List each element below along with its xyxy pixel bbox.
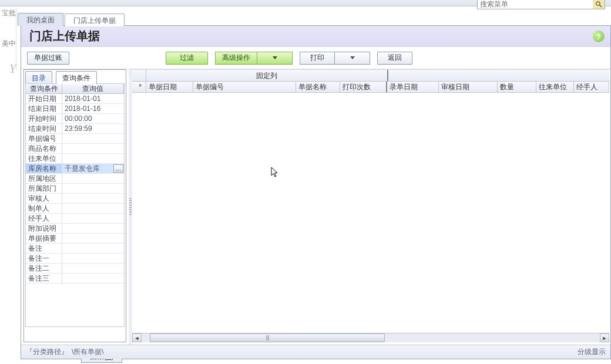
status-bar: 『分类路径』 \所有单据\ 分级显示: [21, 345, 610, 359]
condition-row[interactable]: 经手人: [26, 214, 124, 224]
condition-key: 审核人: [26, 194, 62, 203]
column-header[interactable]: 数量: [498, 82, 536, 92]
condition-row[interactable]: 备注: [26, 244, 124, 254]
condition-row[interactable]: 商品名称: [26, 144, 124, 154]
condition-row[interactable]: 开始日期2018-01-01: [26, 94, 124, 104]
grid-body[interactable]: [132, 93, 609, 323]
condition-value[interactable]: 00:00:00: [62, 114, 124, 123]
column-header[interactable]: 打印次数: [340, 82, 387, 92]
column-header[interactable]: 录单日期: [387, 82, 439, 92]
condition-key: 所属地区: [26, 174, 62, 183]
condition-key: 库房名称: [26, 164, 62, 173]
condition-key: 备注三: [26, 274, 62, 283]
condition-value[interactable]: [62, 194, 124, 203]
condition-row[interactable]: 单据编号: [26, 134, 124, 144]
advanced-button[interactable]: 高级操作: [215, 52, 257, 65]
page-title: 门店上传单据: [29, 28, 100, 44]
condition-value[interactable]: 23:59:59: [62, 124, 124, 133]
condition-key: 单据编号: [26, 134, 62, 143]
condition-row[interactable]: 库房名称千昱发仓库…: [26, 164, 124, 174]
scroll-left-icon[interactable]: ◄: [132, 333, 142, 342]
post-bill-button[interactable]: 单据过账: [27, 52, 69, 65]
svg-line-1: [600, 5, 602, 8]
condition-value[interactable]: [62, 154, 124, 163]
condition-key: 单据摘要: [26, 234, 62, 243]
condition-value[interactable]: [62, 134, 124, 143]
condition-row[interactable]: 结束日期2018-01-16: [26, 104, 124, 114]
condition-key: 开始时间: [26, 114, 62, 123]
advanced-button-group: 高级操作: [215, 52, 293, 65]
condition-key: 经手人: [26, 214, 62, 223]
condition-value[interactable]: [62, 204, 124, 213]
condition-row[interactable]: 所属部门: [26, 184, 124, 194]
condition-row[interactable]: 开始时间00:00:00: [26, 114, 124, 124]
condition-key: 商品名称: [26, 144, 62, 153]
condition-row[interactable]: 备注一: [26, 254, 124, 264]
filter-button[interactable]: 过滤: [166, 52, 208, 65]
condition-row[interactable]: 单据摘要: [26, 234, 124, 244]
level-display-button[interactable]: 分级显示: [578, 347, 606, 357]
condition-row[interactable]: 结束时间23:59:59: [26, 124, 124, 134]
column-header[interactable]: 单据编号: [193, 82, 296, 92]
help-icon[interactable]: ?: [593, 31, 605, 42]
print-dropdown-icon[interactable]: [335, 52, 370, 65]
condition-value[interactable]: [62, 244, 124, 253]
condition-row[interactable]: 附加说明: [26, 224, 124, 234]
fixed-columns-group: 固定列: [146, 70, 388, 81]
scroll-right-icon[interactable]: ►: [600, 333, 609, 342]
condition-value[interactable]: [62, 264, 124, 273]
condition-row[interactable]: 审核人: [26, 194, 124, 204]
condition-row[interactable]: 往来单位: [26, 154, 124, 164]
path-value: \所有单据\: [72, 347, 104, 357]
advanced-dropdown-icon[interactable]: [257, 52, 293, 65]
column-header[interactable]: 往来单位: [536, 82, 574, 92]
tab-store-upload[interactable]: 门店上传单据: [65, 14, 125, 26]
left-background-text: 宝批 美中 Y: [0, 6, 16, 70]
condition-value[interactable]: [62, 224, 124, 233]
print-button[interactable]: 打印: [300, 52, 335, 65]
condition-key: 制单人: [26, 204, 62, 213]
document-tabs: 我的桌面 门店上传单据: [18, 13, 611, 26]
condition-value[interactable]: [62, 214, 124, 223]
lookup-button[interactable]: …: [113, 164, 123, 173]
condition-row[interactable]: 制单人: [26, 204, 124, 214]
condition-value[interactable]: [62, 254, 124, 263]
horizontal-scrollbar[interactable]: ◄ ►: [132, 333, 609, 342]
column-header[interactable]: 单据名称: [296, 82, 340, 92]
data-grid: 固定列 *单据日期单据编号单据名称打印次数录单日期审核日期数量往来单位经手人 ◄…: [132, 69, 609, 342]
condition-value[interactable]: [62, 234, 124, 243]
condition-value[interactable]: 2018-01-16: [62, 104, 124, 113]
condition-key: 往来单位: [26, 154, 62, 163]
condition-value[interactable]: [62, 174, 124, 183]
scroll-thumb[interactable]: [150, 333, 385, 342]
condition-key: 附加说明: [26, 224, 62, 233]
condition-row[interactable]: 所属地区: [26, 174, 124, 184]
back-button[interactable]: 返回: [377, 52, 412, 65]
condition-value[interactable]: [62, 144, 124, 153]
toolbar: 单据过账 过滤 高级操作 打印 返回: [21, 47, 610, 69]
condition-value[interactable]: [62, 184, 124, 193]
column-header[interactable]: 经手人: [574, 82, 609, 92]
title-bar: 门店上传单据 ?: [21, 26, 610, 47]
query-pane: 目录 查询条件 查询条件 查询值 开始日期2018-01-01结束日期2018-…: [24, 69, 126, 342]
condition-key: 结束时间: [26, 124, 62, 133]
star-column: *: [132, 82, 146, 92]
tab-my-desktop[interactable]: 我的桌面: [18, 13, 63, 26]
menu-search[interactable]: [477, 0, 605, 9]
column-header[interactable]: 审核日期: [439, 82, 498, 92]
condition-row[interactable]: 备注三: [26, 274, 124, 284]
menu-search-input[interactable]: [478, 0, 593, 8]
condition-key: 备注: [26, 244, 62, 253]
column-header[interactable]: 单据日期: [146, 82, 193, 92]
condition-key: 开始日期: [26, 94, 62, 103]
tab-catalog[interactable]: 目录: [25, 71, 52, 84]
search-icon[interactable]: [593, 0, 605, 9]
top-strip: [0, 0, 611, 6]
condition-value[interactable]: 2018-01-01: [62, 94, 124, 103]
condition-row[interactable]: 备注二: [26, 264, 124, 274]
condition-value[interactable]: [62, 274, 124, 283]
print-button-group: 打印: [300, 52, 370, 65]
tab-query-conditions[interactable]: 查询条件: [56, 71, 97, 84]
condition-value[interactable]: 千昱发仓库…: [62, 164, 124, 173]
condition-key: 所属部门: [26, 184, 62, 193]
